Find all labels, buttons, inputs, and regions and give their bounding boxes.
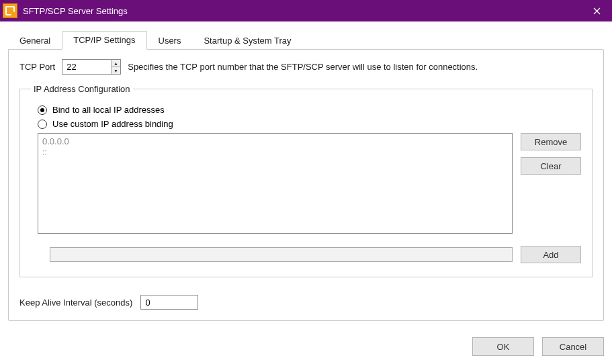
tcp-port-input[interactable] (62, 60, 110, 74)
tcp-port-hint: Specifies the TCP port number that the S… (128, 62, 478, 72)
tab-users[interactable]: Users (147, 32, 193, 50)
close-icon (593, 7, 601, 15)
tab-panel-tcpip: TCP Port ▲ ▼ Specifies the TCP port numb… (8, 49, 604, 321)
radio-icon (38, 120, 47, 129)
ip-config-group: IP Address Configuration Bind to all loc… (19, 84, 593, 277)
client-area: General TCP/IP Settings Users Startup & … (0, 21, 612, 364)
remove-button[interactable]: Remove (521, 133, 581, 150)
tab-strip: General TCP/IP Settings Users Startup & … (8, 31, 604, 50)
radio-icon (38, 105, 47, 115)
spinner-arrows: ▲ ▼ (111, 60, 121, 74)
spinner-down-icon[interactable]: ▼ (112, 67, 121, 74)
window-close-button[interactable] (581, 0, 612, 21)
window-title: SFTP/SCP Server Settings (23, 6, 581, 16)
tab-general[interactable]: General (8, 32, 62, 50)
spinner-up-icon[interactable]: ▲ (112, 60, 121, 67)
tab-tcpip[interactable]: TCP/IP Settings (62, 31, 146, 50)
tcp-port-spinner[interactable]: ▲ ▼ (62, 59, 121, 75)
radio-custom-binding[interactable]: Use custom IP address binding (38, 119, 581, 129)
add-button[interactable]: Add (521, 246, 581, 263)
keepalive-input[interactable] (140, 295, 198, 310)
ip-list-item[interactable]: :: (42, 147, 508, 158)
ip-list-item[interactable]: 0.0.0.0 (42, 136, 508, 147)
add-ip-input[interactable] (50, 247, 513, 262)
dialog-footer: OK Cancel (8, 328, 604, 356)
titlebar: SFTP/SCP Server Settings (0, 0, 612, 21)
radio-custom-label: Use custom IP address binding (52, 119, 173, 129)
radio-bind-all[interactable]: Bind to all local IP addresses (38, 105, 581, 115)
app-icon (3, 3, 17, 18)
ip-config-legend: IP Address Configuration (31, 84, 133, 94)
tab-startup[interactable]: Startup & System Tray (192, 32, 302, 50)
cancel-button[interactable]: Cancel (542, 337, 604, 356)
ok-button[interactable]: OK (472, 337, 534, 356)
tcp-port-label: TCP Port (19, 62, 55, 72)
ip-list[interactable]: 0.0.0.0 :: (38, 133, 513, 234)
radio-bind-all-label: Bind to all local IP addresses (52, 105, 165, 115)
clear-button[interactable]: Clear (521, 157, 581, 175)
keepalive-label: Keep Alive Interval (seconds) (19, 298, 132, 308)
